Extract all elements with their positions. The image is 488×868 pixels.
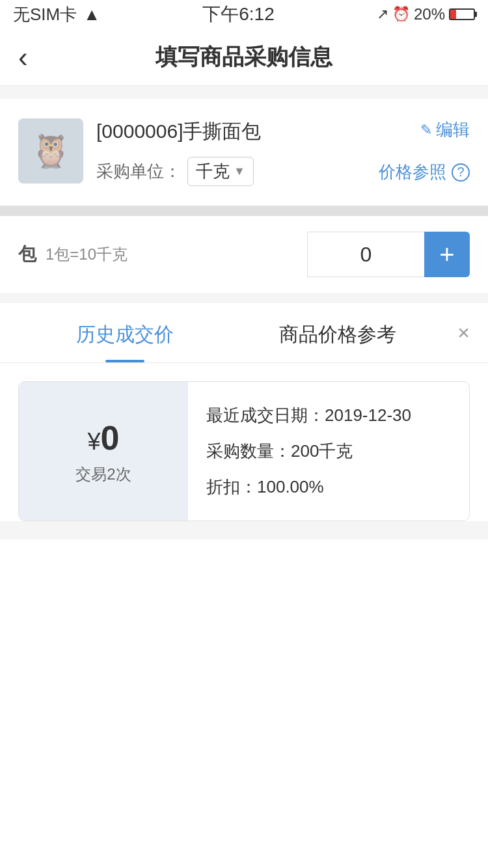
- back-button[interactable]: ‹: [18, 41, 28, 74]
- page-title: 填写商品采购信息: [156, 42, 332, 72]
- discount-row: 折扣：100.00%: [206, 474, 451, 500]
- unit-select[interactable]: 千克 ▼: [187, 157, 254, 186]
- discount-value: 100.00%: [257, 477, 324, 496]
- quantity-plus-button[interactable]: +: [424, 232, 470, 277]
- product-thumbnail-icon: 🦉: [31, 132, 71, 170]
- quantity-detail-value: 200千克: [291, 441, 353, 461]
- page-header: ‹ 填写商品采购信息: [0, 29, 488, 86]
- battery-percent: 20%: [414, 5, 445, 23]
- edit-button[interactable]: ✎ 编辑: [420, 118, 470, 141]
- price-ref-label: 价格参照: [379, 161, 446, 183]
- edit-label: 编辑: [436, 118, 470, 141]
- battery-icon: [449, 8, 475, 20]
- history-price-value: 0: [101, 419, 120, 457]
- location-icon: ↗: [377, 6, 388, 23]
- unit-conversion: 1包=10千克: [46, 244, 128, 265]
- price-ref-tabs: 历史成交价 商品价格参考 ×: [0, 303, 488, 363]
- recent-date-value: 2019-12-30: [325, 405, 411, 425]
- recent-date-row: 最近成交日期：2019-12-30: [206, 403, 451, 428]
- tab-product-price[interactable]: 商品价格参考: [232, 303, 445, 362]
- time-display: 下午6:12: [202, 2, 275, 27]
- empty-content-area: [0, 539, 488, 868]
- help-icon: ?: [452, 163, 470, 182]
- edit-icon: ✎: [420, 122, 432, 139]
- carrier-text: 无SIM卡: [13, 3, 77, 26]
- quantity-detail-label: 采购数量：: [206, 441, 291, 461]
- quantity-section: 包 1包=10千克 +: [0, 216, 488, 293]
- price-currency-symbol: ¥: [88, 428, 101, 455]
- product-info: [0000006]手撕面包 采购单位： 千克 ▼: [96, 118, 261, 186]
- history-price-display: ¥0: [88, 418, 120, 457]
- product-image: 🦉: [18, 118, 83, 183]
- price-ref-panel: 历史成交价 商品价格参考 × ¥0 交易2次 最近成交日期：2019-12-30…: [0, 303, 488, 521]
- purchase-quantity-row: 采购数量：200千克: [206, 439, 451, 464]
- history-card-right: 最近成交日期：2019-12-30 采购数量：200千克 折扣：100.00%: [188, 382, 469, 521]
- panel-close-button[interactable]: ×: [444, 308, 470, 358]
- section-divider: [0, 206, 488, 216]
- quantity-label-area: 包 1包=10千克: [18, 242, 128, 267]
- quantity-input[interactable]: [307, 232, 424, 277]
- product-unit-row: 采购单位： 千克 ▼: [96, 157, 261, 186]
- product-right-col: ✎ 编辑 价格参照 ?: [379, 118, 470, 183]
- alarm-icon: ⏰: [392, 6, 410, 23]
- status-left: 无SIM卡 ▲: [13, 3, 100, 26]
- wifi-icon: ▲: [83, 5, 100, 25]
- price-ref-link[interactable]: 价格参照 ?: [379, 161, 470, 183]
- product-left: 🦉 [0000006]手撕面包 采购单位： 千克 ▼: [18, 118, 261, 186]
- product-section: 🦉 [0000006]手撕面包 采购单位： 千克 ▼ ✎ 编辑 价格参照: [0, 99, 488, 206]
- product-name: [0000006]手撕面包: [96, 118, 261, 145]
- recent-date-label: 最近成交日期：: [206, 405, 325, 425]
- product-row: 🦉 [0000006]手撕面包 采购单位： 千克 ▼ ✎ 编辑 价格参照: [18, 118, 470, 186]
- unit-value: 千克: [196, 160, 230, 183]
- history-card: ¥0 交易2次 最近成交日期：2019-12-30 采购数量：200千克 折扣：…: [18, 381, 470, 521]
- quantity-input-area: +: [307, 232, 470, 277]
- history-trades-count: 交易2次: [75, 464, 131, 485]
- unit-dropdown-arrow: ▼: [234, 165, 245, 178]
- status-right: ↗ ⏰ 20%: [377, 5, 475, 23]
- status-bar: 无SIM卡 ▲ 下午6:12 ↗ ⏰ 20%: [0, 0, 488, 29]
- quantity-unit-badge: 包: [18, 242, 36, 267]
- discount-label: 折扣：: [206, 477, 257, 496]
- unit-label: 采购单位：: [96, 160, 181, 183]
- history-card-left: ¥0 交易2次: [19, 382, 188, 521]
- tab-history-price[interactable]: 历史成交价: [18, 303, 232, 362]
